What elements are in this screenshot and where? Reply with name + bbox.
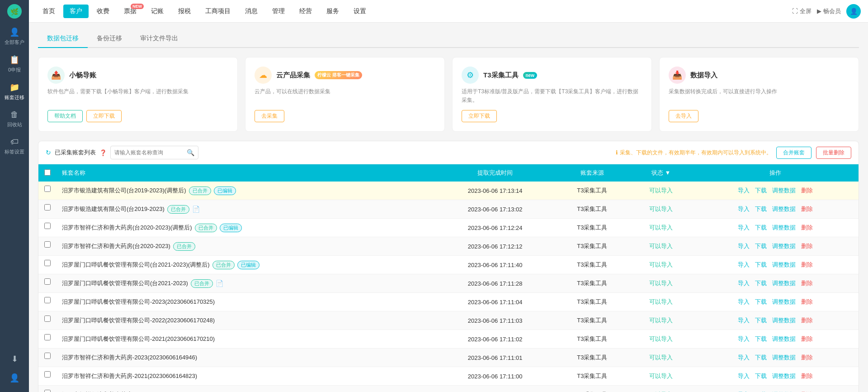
select-all-checkbox[interactable] — [44, 169, 51, 176]
download-action-btn[interactable]: 下载 — [752, 353, 769, 363]
row-checkbox[interactable] — [44, 186, 51, 192]
row-checkbox[interactable] — [44, 353, 51, 359]
sidebar-item-all-clients[interactable]: 👤 全部客户 — [0, 23, 29, 50]
sidebar-item-申报[interactable]: 📋 0申报 — [0, 50, 29, 78]
sidebar-item-账套迁移[interactable]: 📁 账套迁移 — [0, 78, 29, 105]
download-action-btn[interactable]: 下载 — [752, 278, 769, 288]
adjust-action-btn[interactable]: 调整数据 — [769, 223, 798, 233]
row-checkbox[interactable] — [44, 371, 51, 378]
sidebar-item-回收站[interactable]: 🗑 回收站 — [0, 105, 29, 133]
nav-message[interactable]: 消息 — [239, 5, 264, 18]
nav-settings[interactable]: 设置 — [347, 5, 373, 18]
go-import-btn[interactable]: 去导入 — [669, 110, 698, 122]
adjust-action-btn[interactable]: 调整数据 — [769, 297, 798, 307]
import-action-btn[interactable]: 导入 — [735, 204, 752, 214]
nav-billing[interactable]: 收费 — [90, 5, 116, 18]
download-action-btn[interactable]: 下载 — [752, 241, 769, 251]
batch-delete-btn[interactable]: 批量删除 — [816, 147, 851, 159]
search-input[interactable] — [111, 149, 183, 156]
delete-action-btn[interactable]: 删除 — [798, 186, 816, 196]
file-icon[interactable]: 📄 — [216, 280, 223, 287]
nav-service[interactable]: 服务 — [320, 5, 345, 18]
sidebar-item-标签设置[interactable]: 🏷 标签设置 — [0, 133, 29, 160]
delete-action-btn[interactable]: 删除 — [798, 260, 816, 270]
nav-tax[interactable]: 报税 — [172, 5, 197, 18]
nav-clients[interactable]: 客户 — [63, 5, 89, 18]
nav-home[interactable]: 首页 — [36, 5, 61, 18]
delete-action-btn[interactable]: 删除 — [798, 204, 816, 214]
sidebar-user-settings[interactable]: 👤 — [0, 368, 29, 387]
adjust-action-btn[interactable]: 调整数据 — [769, 186, 798, 196]
fullscreen-btn[interactable]: ⛶ 全屏 — [792, 7, 811, 15]
adjust-action-btn[interactable]: 调整数据 — [769, 334, 798, 344]
delete-action-btn[interactable]: 删除 — [798, 241, 816, 251]
col-status[interactable]: 状态 ▼ — [630, 164, 692, 182]
tab-backup-migrate[interactable]: 备份迁移 — [88, 30, 131, 48]
download-action-btn[interactable]: 下载 — [752, 204, 769, 214]
row-checkbox[interactable] — [44, 334, 51, 340]
download-action-btn[interactable]: 下载 — [752, 223, 769, 233]
search-button[interactable]: 🔍 — [183, 149, 198, 156]
file-icon[interactable]: 📄 — [192, 206, 200, 213]
import-action-btn[interactable]: 导入 — [735, 316, 752, 325]
import-action-btn[interactable]: 导入 — [735, 353, 752, 363]
adjust-action-btn[interactable]: 调整数据 — [769, 260, 798, 270]
delete-action-btn[interactable]: 删除 — [798, 371, 816, 381]
help-icon[interactable]: ❓ — [99, 149, 107, 156]
download-action-btn[interactable]: 下载 — [752, 371, 769, 381]
download-action-btn[interactable]: 下载 — [752, 390, 769, 392]
import-action-btn[interactable]: 导入 — [735, 371, 752, 381]
delete-action-btn[interactable]: 删除 — [798, 390, 816, 392]
row-checkbox[interactable] — [44, 278, 51, 285]
row-checkbox[interactable] — [44, 204, 51, 210]
merge-btn[interactable]: 合并账套 — [776, 147, 811, 159]
adjust-action-btn[interactable]: 调整数据 — [769, 278, 798, 288]
import-action-btn[interactable]: 导入 — [735, 297, 752, 307]
row-checkbox[interactable] — [44, 260, 51, 266]
import-action-btn[interactable]: 导入 — [735, 241, 752, 251]
delete-action-btn[interactable]: 删除 — [798, 353, 816, 363]
row-checkbox[interactable] — [44, 390, 51, 392]
delete-action-btn[interactable]: 删除 — [798, 297, 816, 307]
adjust-action-btn[interactable]: 调整数据 — [769, 390, 798, 392]
table-section: ↻ 已采集账套列表 ❓ 🔍 ℹ 采集、下载的文件，有效期半年，有效期内可以导入到… — [38, 141, 859, 392]
row-checkbox[interactable] — [44, 241, 51, 248]
import-action-btn[interactable]: 导入 — [735, 334, 752, 344]
delete-action-btn[interactable]: 删除 — [798, 278, 816, 288]
download-action-btn[interactable]: 下载 — [752, 186, 769, 196]
nav-operation[interactable]: 经营 — [293, 5, 318, 18]
adjust-action-btn[interactable]: 调整数据 — [769, 371, 798, 381]
row-checkbox[interactable] — [44, 316, 51, 322]
download-now-btn[interactable]: 立即下载 — [86, 110, 122, 122]
help-doc-btn[interactable]: 帮助文档 — [47, 110, 83, 122]
avatar[interactable]: 👤 — [846, 4, 861, 19]
adjust-action-btn[interactable]: 调整数据 — [769, 204, 798, 214]
refresh-icon[interactable]: ↻ — [46, 149, 51, 156]
import-action-btn[interactable]: 导入 — [735, 278, 752, 288]
download-action-btn[interactable]: 下载 — [752, 334, 769, 344]
nav-accounting[interactable]: 记账 — [145, 5, 170, 18]
delete-action-btn[interactable]: 删除 — [798, 334, 816, 344]
download-t3-btn[interactable]: 立即下载 — [462, 110, 497, 122]
delete-action-btn[interactable]: 删除 — [798, 316, 816, 325]
member-btn[interactable]: ▶ 畅会员 — [817, 7, 841, 15]
download-action-btn[interactable]: 下载 — [752, 260, 769, 270]
adjust-action-btn[interactable]: 调整数据 — [769, 241, 798, 251]
tab-data-migrate[interactable]: 数据包迁移 — [38, 30, 88, 48]
import-action-btn[interactable]: 导入 — [735, 260, 752, 270]
row-checkbox[interactable] — [44, 223, 51, 229]
download-action-btn[interactable]: 下载 — [752, 316, 769, 325]
import-action-btn[interactable]: 导入 — [735, 186, 752, 196]
tab-audit-export[interactable]: 审计文件导出 — [131, 30, 187, 48]
sidebar-download[interactable]: ⬇ — [0, 349, 29, 368]
delete-action-btn[interactable]: 删除 — [798, 223, 816, 233]
nav-biz[interactable]: 工商项目 — [199, 5, 237, 18]
nav-manage[interactable]: 管理 — [266, 5, 291, 18]
import-action-btn[interactable]: 导入 — [735, 390, 752, 392]
adjust-action-btn[interactable]: 调整数据 — [769, 353, 798, 363]
import-action-btn[interactable]: 导入 — [735, 223, 752, 233]
go-collect-btn[interactable]: 去采集 — [255, 110, 284, 122]
row-checkbox[interactable] — [44, 297, 51, 303]
adjust-action-btn[interactable]: 调整数据 — [769, 316, 798, 325]
download-action-btn[interactable]: 下载 — [752, 297, 769, 307]
